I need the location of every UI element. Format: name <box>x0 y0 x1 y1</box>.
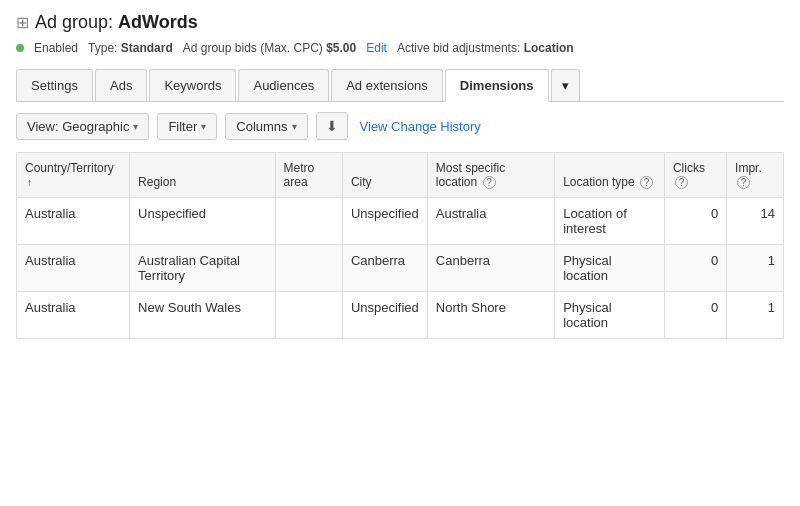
col-clicks: Clicks ? <box>664 153 726 198</box>
col-metro: Metro area <box>275 153 342 198</box>
cell-most-specific: Australia <box>427 198 554 245</box>
view-history-link[interactable]: View Change History <box>360 119 481 134</box>
col-country: Country/Territory ↑ <box>17 153 130 198</box>
help-icon-clicks[interactable]: ? <box>675 176 688 189</box>
edit-link[interactable]: Edit <box>366 41 387 55</box>
tab-ad-extensions[interactable]: Ad extensions <box>331 69 443 101</box>
cell-city: Unspecified <box>342 198 427 245</box>
cell-country: Australia <box>17 292 130 339</box>
table-row: AustraliaUnspecifiedUnspecifiedAustralia… <box>17 198 784 245</box>
cell-metro <box>275 245 342 292</box>
cell-region: Australian Capital Territory <box>130 245 275 292</box>
tabs-bar: Settings Ads Keywords Audiences Ad exten… <box>16 69 784 102</box>
col-location-type: Location type ? <box>555 153 665 198</box>
col-region: Region <box>130 153 275 198</box>
enabled-label: Enabled <box>34 41 78 55</box>
col-city: City <box>342 153 427 198</box>
table-row: AustraliaAustralian Capital TerritoryCan… <box>17 245 784 292</box>
tab-dimensions[interactable]: Dimensions <box>445 69 549 102</box>
tab-keywords[interactable]: Keywords <box>149 69 236 101</box>
cell-impr: 14 <box>727 198 784 245</box>
table-row: AustraliaNew South WalesUnspecifiedNorth… <box>17 292 784 339</box>
toolbar: View: Geographic ▾ Filter ▾ Columns ▾ ⬇ … <box>16 112 784 140</box>
download-button[interactable]: ⬇ <box>316 112 348 140</box>
cell-region: New South Wales <box>130 292 275 339</box>
cell-most-specific: Canberra <box>427 245 554 292</box>
cell-clicks: 0 <box>664 292 726 339</box>
tab-ads[interactable]: Ads <box>95 69 147 101</box>
cell-city: Canberra <box>342 245 427 292</box>
bids-label: Ad group bids (Max. CPC) $5.00 <box>183 41 356 55</box>
cell-clicks: 0 <box>664 198 726 245</box>
sort-arrow-country[interactable]: ↑ <box>27 177 32 188</box>
active-adjustments-label: Active bid adjustments: Location <box>397 41 574 55</box>
columns-button[interactable]: Columns ▾ <box>225 113 307 140</box>
status-bar: Enabled Type: Standard Ad group bids (Ma… <box>16 41 784 55</box>
cell-country: Australia <box>17 245 130 292</box>
page-title: Ad group: AdWords <box>35 12 198 33</box>
tab-audiences[interactable]: Audiences <box>238 69 329 101</box>
page-header: ⊞ Ad group: AdWords <box>16 12 784 33</box>
cell-metro <box>275 198 342 245</box>
cell-location-type: Physical location <box>555 245 665 292</box>
cell-city: Unspecified <box>342 292 427 339</box>
tab-settings[interactable]: Settings <box>16 69 93 101</box>
cell-location-type: Physical location <box>555 292 665 339</box>
cell-clicks: 0 <box>664 245 726 292</box>
download-icon: ⬇ <box>326 118 338 134</box>
type-label: Type: Standard <box>88 41 173 55</box>
cell-impr: 1 <box>727 292 784 339</box>
view-geographic-button[interactable]: View: Geographic ▾ <box>16 113 149 140</box>
cell-impr: 1 <box>727 245 784 292</box>
help-icon-most-specific[interactable]: ? <box>483 176 496 189</box>
cell-region: Unspecified <box>130 198 275 245</box>
table-header-row: Country/Territory ↑ Region Metro area Ci… <box>17 153 784 198</box>
filter-button[interactable]: Filter ▾ <box>157 113 217 140</box>
cell-country: Australia <box>17 198 130 245</box>
help-icon-location-type[interactable]: ? <box>640 176 653 189</box>
cell-most-specific: North Shore <box>427 292 554 339</box>
columns-dropdown-caret: ▾ <box>292 121 297 132</box>
tab-more-dropdown[interactable]: ▾ <box>551 69 580 101</box>
filter-dropdown-caret: ▾ <box>201 121 206 132</box>
view-dropdown-caret: ▾ <box>133 121 138 132</box>
grid-icon: ⊞ <box>16 13 29 32</box>
enabled-dot <box>16 44 24 52</box>
col-most-specific: Most specific location ? <box>427 153 554 198</box>
help-icon-impr[interactable]: ? <box>737 176 750 189</box>
cell-metro <box>275 292 342 339</box>
col-impr: Impr. ? <box>727 153 784 198</box>
data-table: Country/Territory ↑ Region Metro area Ci… <box>16 152 784 339</box>
cell-location-type: Location of interest <box>555 198 665 245</box>
